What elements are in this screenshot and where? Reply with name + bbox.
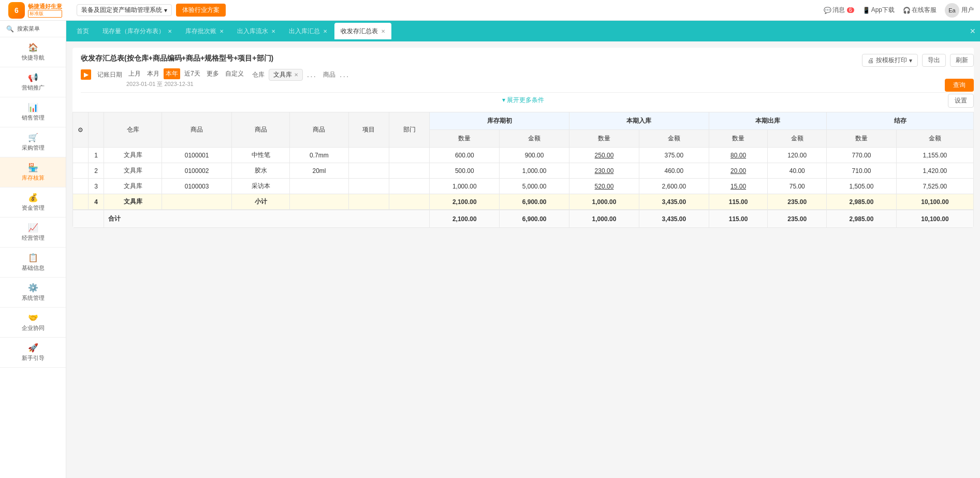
online-service-item[interactable]: 🎧 在线客服 xyxy=(903,6,937,15)
app-title: 畅捷通好生意 xyxy=(28,3,62,10)
filter-toggle-btn[interactable]: ▶ xyxy=(81,69,91,80)
row-open-amt: 6,900.00 xyxy=(500,194,569,210)
tab-stock[interactable]: 现存量（库存分布表） ✕ xyxy=(96,23,178,39)
row-out-qty[interactable]: 20.00 xyxy=(709,163,768,179)
row-goods-code: 0100001 xyxy=(162,148,232,163)
table-col-open-qty: 数量 xyxy=(430,130,500,148)
warehouse-tag-value: 文具库 xyxy=(273,70,292,79)
row-open-qty: 500.00 xyxy=(430,163,500,179)
row-out-qty[interactable]: 80.00 xyxy=(709,148,768,163)
row-project xyxy=(348,148,389,163)
sidebar-item-search[interactable]: 🔍 搜索菜单 xyxy=(0,21,66,37)
tab-home-label: 首页 xyxy=(77,27,89,36)
footer-in-qty: 1,000.00 xyxy=(569,210,639,228)
main-layout: 🔍 搜索菜单 🏠 快捷导航 📢 营销推广 📊 销售管理 🛒 采购管理 🏪 xyxy=(0,21,980,478)
headset-icon: 🎧 xyxy=(903,7,911,14)
tab-flow[interactable]: 出入库流水 ✕ xyxy=(231,23,282,39)
print-button[interactable]: 🖨 按模板打印 ▾ xyxy=(862,54,918,67)
content-area: 首页 现存量（库存分布表） ✕ 库存批次账 ✕ 出入库流水 ✕ 出入库汇总 ✕ xyxy=(66,21,980,478)
user-item[interactable]: Ea 用户 xyxy=(945,3,974,18)
row-dept xyxy=(389,163,430,179)
date-btn-this-month[interactable]: 本月 xyxy=(145,68,162,79)
print-icon: 🖨 xyxy=(868,57,874,64)
row-open-qty: 600.00 xyxy=(430,148,500,163)
system-selector[interactable]: 装备及固定资产辅助管理系统 ▾ xyxy=(77,4,172,16)
row-in-qty[interactable]: 250.00 xyxy=(569,148,639,163)
tab-bar-close-icon[interactable]: ✕ xyxy=(970,27,976,35)
row-open-amt: 1,000.00 xyxy=(500,163,569,179)
row-project xyxy=(348,179,389,194)
tab-flow-close[interactable]: ✕ xyxy=(271,28,275,34)
row-out-qty: 115.00 xyxy=(709,194,768,210)
row-out-amt: 40.00 xyxy=(768,163,827,179)
home-icon: 🏠 xyxy=(28,42,38,52)
warehouse-tag-close[interactable]: ✕ xyxy=(294,72,298,78)
page-content: 收发存汇总表(按仓库+商品编码+商品+规格型号+项目+部门) 🖨 按模板打印 ▾… xyxy=(66,41,980,478)
row-in-qty[interactable]: 230.00 xyxy=(569,163,639,179)
query-button[interactable]: 查询 xyxy=(945,79,974,92)
sidebar-item-label-sales: 销售管理 xyxy=(22,114,45,122)
row-close-qty: 2,985.00 xyxy=(827,194,897,210)
goods-more-btn[interactable]: ... xyxy=(340,70,349,79)
row-dept xyxy=(389,148,430,163)
tab-home[interactable]: 首页 xyxy=(70,23,95,39)
sidebar-item-marketing[interactable]: 📢 营销推广 xyxy=(0,67,66,97)
date-btn-7days[interactable]: 近7天 xyxy=(182,68,202,79)
sidebar-item-label-quicknav: 快捷导航 xyxy=(22,54,45,62)
expand-conditions-btn[interactable]: ▾ 展开更多条件 xyxy=(81,92,966,108)
sidebar-item-system[interactable]: ⚙️ 系统管理 xyxy=(0,278,66,308)
row-close-qty: 770.00 xyxy=(827,148,897,163)
marketing-icon: 📢 xyxy=(28,73,38,82)
sidebar-item-guide[interactable]: 🚀 新手引导 xyxy=(0,338,66,368)
row-goods-code: 0100003 xyxy=(162,179,232,194)
tab-receive-summary-close[interactable]: ✕ xyxy=(381,28,385,34)
sidebar-item-operations[interactable]: 📈 经营管理 xyxy=(0,218,66,248)
table-group-outbound: 本期出库 xyxy=(709,112,826,130)
row-in-qty[interactable]: 520.00 xyxy=(569,179,639,194)
tab-batch-close[interactable]: ✕ xyxy=(220,28,224,34)
date-btn-custom[interactable]: 自定义 xyxy=(223,68,246,79)
experience-btn[interactable]: 体验行业方案 xyxy=(176,4,226,17)
settings-button[interactable]: 设置 xyxy=(948,94,974,108)
table-col-settings[interactable]: ⚙ xyxy=(73,112,89,148)
tab-receive-summary[interactable]: 收发存汇总表 ✕ xyxy=(334,23,391,39)
sidebar-item-sales[interactable]: 📊 销售管理 xyxy=(0,97,66,127)
sidebar-item-inventory[interactable]: 🏪 库存核算 xyxy=(0,157,66,187)
sidebar-item-finance[interactable]: 💰 资金管理 xyxy=(0,187,66,218)
page-header: 收发存汇总表(按仓库+商品编码+商品+规格型号+项目+部门) 🖨 按模板打印 ▾… xyxy=(72,48,974,112)
sidebar-item-baseinfo[interactable]: 📋 基础信息 xyxy=(0,248,66,278)
warehouse-tag: 文具库 ✕ xyxy=(269,69,303,81)
row-goods-spec xyxy=(290,179,349,194)
purchase-icon: 🛒 xyxy=(28,133,38,142)
tab-batch[interactable]: 库存批次账 ✕ xyxy=(179,23,230,39)
date-btn-this-year[interactable]: 本年 xyxy=(164,68,180,79)
date-btn-prev-month[interactable]: 上月 xyxy=(126,68,143,79)
tab-summary[interactable]: 出入库汇总 ✕ xyxy=(283,23,333,39)
row-index: 2 xyxy=(89,163,104,179)
refresh-button[interactable]: 刷新 xyxy=(950,54,974,67)
expand-label: 展开更多条件 xyxy=(507,96,544,104)
table-col-goods-name: 商品 xyxy=(232,112,290,148)
row-goods-name: 采访本 xyxy=(232,179,290,194)
row-out-amt: 75.00 xyxy=(768,179,827,194)
app-download-item[interactable]: 📱 App下载 xyxy=(862,6,895,15)
sidebar-item-enterprise[interactable]: 🤝 企业协同 xyxy=(0,308,66,338)
warehouse-filter: 仓库 文具库 ✕ ... xyxy=(252,68,317,81)
footer-label-cell xyxy=(73,210,104,228)
table-group-closing: 结存 xyxy=(827,112,974,130)
sales-icon: 📊 xyxy=(28,103,38,112)
date-btn-more[interactable]: 更多 xyxy=(204,68,221,79)
tab-summary-close[interactable]: ✕ xyxy=(323,28,327,34)
message-item[interactable]: 💬 消息 6 xyxy=(824,6,854,15)
sidebar-item-label-guide: 新手引导 xyxy=(22,354,45,362)
row-out-amt: 235.00 xyxy=(768,194,827,210)
row-out-qty[interactable]: 15.00 xyxy=(709,179,768,194)
tab-stock-close[interactable]: ✕ xyxy=(168,28,172,34)
date-buttons: 上月 本月 本年 近7天 更多 自定义 xyxy=(126,68,246,79)
sidebar-item-quicknav[interactable]: 🏠 快捷导航 xyxy=(0,37,66,67)
export-button[interactable]: 导出 xyxy=(922,54,946,67)
sidebar-item-label-marketing: 营销推广 xyxy=(22,84,45,92)
row-close-qty: 710.00 xyxy=(827,163,897,179)
warehouse-more-btn[interactable]: ... xyxy=(307,70,317,79)
sidebar-item-purchase[interactable]: 🛒 采购管理 xyxy=(0,127,66,157)
